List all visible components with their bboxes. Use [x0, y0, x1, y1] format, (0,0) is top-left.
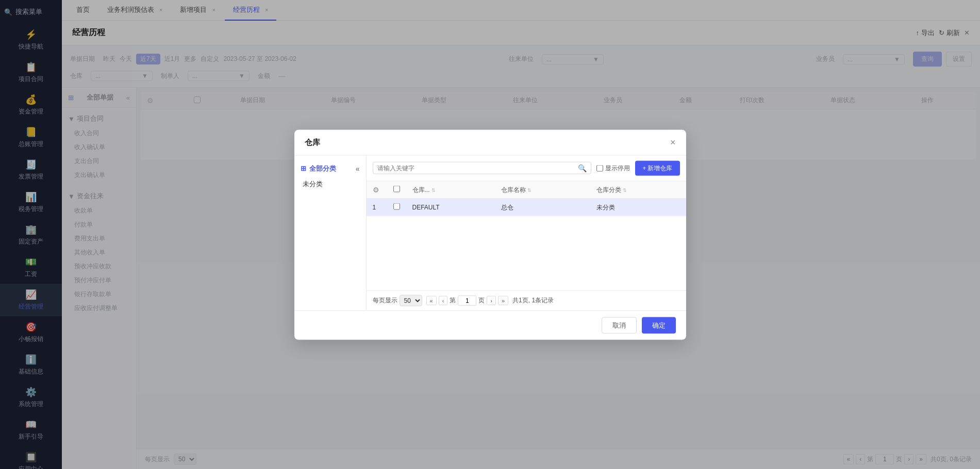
modal-confirm-button[interactable]: 确定 [642, 317, 676, 333]
modal-search-box[interactable]: 🔍 [373, 162, 592, 174]
th-code: 仓库...⇅ [406, 181, 495, 199]
modal-page-pre: 第 [450, 296, 456, 305]
modal-page-post: 页 [478, 296, 485, 305]
modal-cancel-button[interactable]: 取消 [602, 317, 637, 333]
th-checkbox[interactable] [387, 181, 406, 199]
th-category: 仓库分类⇅ [590, 181, 686, 199]
modal-category-header: ⊞ 全部分类 « [294, 160, 366, 176]
row-category: 未分类 [590, 199, 686, 216]
modal-next-page[interactable]: › [487, 296, 496, 305]
modal-left-panel: ⊞ 全部分类 « 未分类 [294, 155, 367, 310]
modal-left-collapse-btn[interactable]: « [356, 164, 360, 172]
show-disabled-checkbox[interactable] [596, 165, 603, 171]
modal-last-page[interactable]: » [498, 296, 508, 305]
modal-close-button[interactable]: × [670, 137, 676, 148]
modal-warehouse-table: ⚙ 仓库...⇅ 仓库名称⇅ 仓库分类⇅ [367, 181, 686, 216]
row-name: 总仓 [495, 199, 590, 216]
row-code: DEFAULT [406, 199, 495, 216]
modal-footer: 取消 确定 [294, 310, 686, 339]
modal-prev-page[interactable]: ‹ [439, 296, 448, 305]
modal-table-area: ⚙ 仓库...⇅ 仓库名称⇅ 仓库分类⇅ [367, 181, 686, 290]
modal-header: 仓库 × [294, 130, 686, 155]
all-category-label[interactable]: 全部分类 [309, 164, 336, 173]
modal-total-text: 共1页, 1条记录 [512, 296, 554, 305]
modal-search-input[interactable] [377, 165, 575, 172]
modal-title: 仓库 [305, 137, 320, 147]
row-index: 1 [367, 199, 387, 216]
modal-search-icon: 🔍 [578, 164, 587, 172]
modal-per-page-select[interactable]: 50 [400, 295, 422, 306]
add-warehouse-button[interactable]: + 新增仓库 [635, 160, 679, 175]
modal-bottom-bar: 每页显示 50 « ‹ 第 页 › » 共1页, 1条记录 [367, 290, 686, 310]
modal-body: ⊞ 全部分类 « 未分类 🔍 显示停用 + 新增仓库 [294, 155, 686, 310]
modal-page-size: 每页显示 50 [373, 295, 422, 306]
modal-first-page[interactable]: « [426, 296, 437, 305]
row-checkbox[interactable] [387, 199, 406, 216]
modal-per-page-label: 每页显示 [373, 296, 397, 305]
th-name: 仓库名称⇅ [495, 181, 590, 199]
show-disabled-label[interactable]: 显示停用 [596, 164, 630, 172]
warehouse-modal: 仓库 × ⊞ 全部分类 « 未分类 🔍 显示停用 [294, 130, 686, 339]
grid-category-icon: ⊞ [301, 165, 306, 172]
table-row[interactable]: 1 DEFAULT 总仓 未分类 [367, 199, 686, 216]
modal-right-panel: 🔍 显示停用 + 新增仓库 ⚙ 仓库...⇅ [367, 155, 686, 310]
modal-cat-unclassified[interactable]: 未分类 [294, 176, 366, 191]
modal-toolbar: 🔍 显示停用 + 新增仓库 [367, 155, 686, 181]
modal-page-input[interactable] [458, 295, 476, 305]
th-gear[interactable]: ⚙ [367, 181, 387, 199]
modal-pagination: « ‹ 第 页 › » [426, 295, 509, 305]
